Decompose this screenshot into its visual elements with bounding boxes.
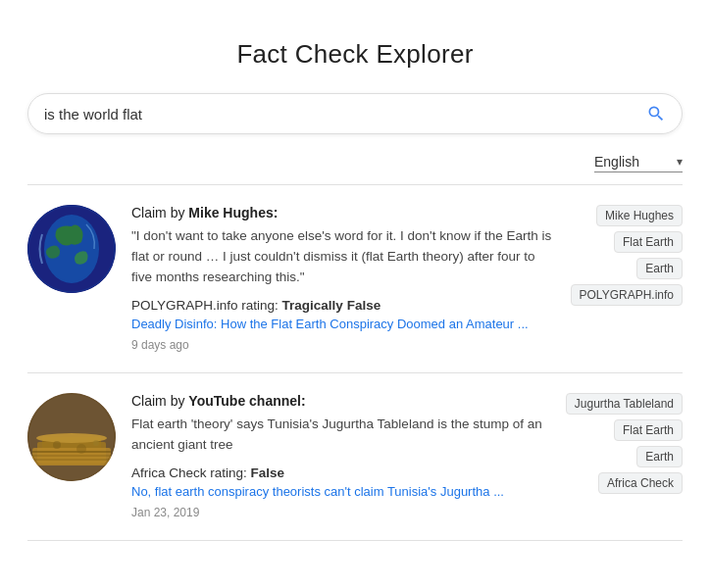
result-link[interactable]: Deadly Disinfo: How the Flat Earth Consp…: [131, 317, 555, 331]
claim-author: Mike Hughes:: [188, 205, 278, 220]
search-bar: [27, 93, 683, 134]
claim-title: Claim by YouTube channel:: [131, 393, 550, 409]
tags-container: Mike Hughes Flat Earth Earth POLYGRAPH.i…: [571, 205, 683, 353]
claim-title: Claim by Mike Hughes:: [131, 205, 555, 220]
rating-value: False: [251, 466, 285, 480]
tags-container: Jugurtha Tableland Flat Earth Earth Afri…: [566, 393, 683, 520]
rating-value: Tragically False: [282, 298, 381, 313]
rating-label: rating:: [241, 298, 281, 313]
search-button[interactable]: [646, 104, 666, 123]
claim-prefix: Claim by: [131, 393, 188, 409]
tag[interactable]: Jugurtha Tableland: [566, 393, 683, 415]
svg-point-13: [93, 440, 99, 446]
result-date: Jan 23, 2019: [131, 506, 199, 519]
page-title: Fact Check Explorer: [20, 39, 690, 70]
result-image: [27, 393, 116, 481]
rating-label: rating:: [210, 466, 250, 480]
tag[interactable]: Flat Earth: [614, 419, 683, 441]
svg-point-11: [53, 441, 61, 449]
language-filter[interactable]: English Spanish French German Portuguese…: [594, 154, 683, 172]
result-link[interactable]: No, flat earth conspiracy theorists can'…: [131, 484, 550, 499]
svg-rect-6: [32, 448, 111, 466]
result-content: Claim by Mike Hughes: "I don't want to t…: [131, 205, 555, 353]
result-card: Claim by YouTube channel: Flat earth 'th…: [27, 373, 683, 541]
tag[interactable]: POLYGRAPH.info: [571, 284, 683, 306]
result-card: Claim by Mike Hughes: "I don't want to t…: [27, 185, 683, 373]
tag[interactable]: Flat Earth: [614, 231, 683, 253]
result-image: [27, 205, 116, 293]
results-container: Claim by Mike Hughes: "I don't want to t…: [20, 185, 690, 541]
earth-svg: [27, 205, 116, 293]
rock-svg: [27, 393, 116, 481]
claim-quote: "I don't want to take anyone else's word…: [131, 226, 555, 288]
claim-author: YouTube channel:: [188, 393, 305, 409]
rating-source: POLYGRAPH.info: [131, 298, 238, 313]
result-date: 9 days ago: [131, 338, 189, 352]
tag[interactable]: Earth: [636, 446, 683, 467]
claim-quote: Flat earth 'theory' says Tunisia's Jugur…: [131, 415, 550, 456]
result-content: Claim by YouTube channel: Flat earth 'th…: [131, 393, 550, 520]
language-filter-row: English Spanish French German Portuguese…: [20, 150, 690, 184]
svg-point-12: [76, 444, 86, 454]
search-input[interactable]: [44, 106, 646, 122]
search-icon: [646, 104, 666, 123]
rating-line: POLYGRAPH.info rating: Tragically False: [131, 298, 555, 313]
rating-source: Africa Check: [131, 466, 207, 480]
page-header: Fact Check Explorer: [20, 0, 690, 93]
rating-line: Africa Check rating: False: [131, 466, 550, 480]
claim-prefix: Claim by: [131, 205, 188, 220]
tag[interactable]: Africa Check: [598, 472, 683, 494]
language-select[interactable]: English Spanish French German Portuguese: [594, 154, 683, 170]
tag[interactable]: Mike Hughes: [596, 205, 683, 226]
tag[interactable]: Earth: [636, 258, 683, 279]
